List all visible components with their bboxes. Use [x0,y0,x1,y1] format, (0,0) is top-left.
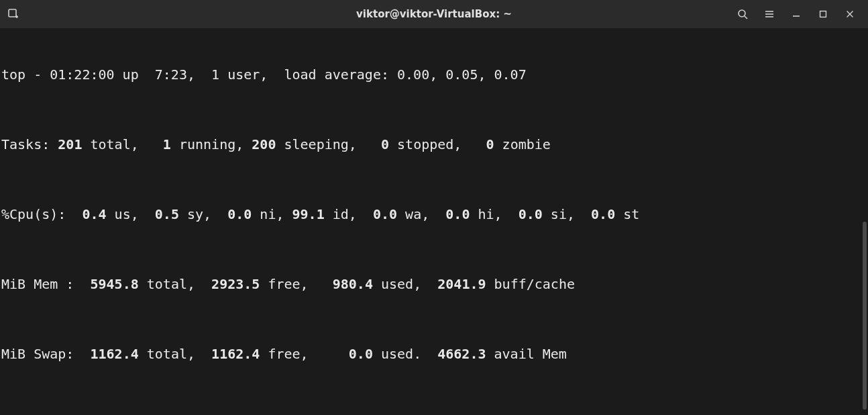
cpu-id: 99.1 [292,206,325,222]
tasks-running: 1 [163,136,171,152]
mem-used: 980.4 [333,276,373,292]
cpu-ni: 0.0 [227,206,252,222]
cpu-st: 0.0 [591,206,615,222]
terminal-output[interactable]: top - 01:22:00 up 7:23, 1 user, load ave… [0,28,868,415]
swap-avail: 4662.3 [437,346,486,362]
new-tab-button[interactable] [0,0,27,28]
search-icon [737,8,749,20]
tasks-stopped: 0 [381,136,389,152]
tasks-zombie: 0 [486,136,494,152]
cpu-sy: 0.5 [155,206,179,222]
close-button[interactable] [841,5,859,23]
swap-label: MiB Swap: [1,346,74,362]
minimize-button[interactable] [788,5,805,23]
search-button[interactable] [734,5,751,23]
cpu-us: 0.4 [82,206,106,222]
maximize-icon [818,9,828,19]
swap-total: 1162.4 [90,346,138,362]
svg-point-3 [739,10,745,17]
mem-free: 2923.5 [211,276,260,292]
svg-rect-0 [9,9,16,17]
cpu-si: 0.0 [519,206,543,222]
top-tasks-line: Tasks: 201 total, 1 running, 200 sleepin… [1,136,868,153]
top-swap-line: MiB Swap: 1162.4 total, 1162.4 free, 0.0… [1,345,868,363]
menu-button[interactable] [761,5,778,23]
titlebar-right-controls [734,5,868,23]
tasks-sleeping: 200 [252,136,276,152]
cpu-hi: 0.0 [445,206,470,222]
top-cpu-line: %Cpu(s): 0.4 us, 0.5 sy, 0.0 ni, 99.1 id… [1,205,868,223]
mem-label: MiB Mem : [1,276,74,292]
svg-line-4 [745,16,747,19]
titlebar: viktor@viktor-VirtualBox: ~ [0,0,868,28]
swap-free: 1162.4 [211,346,260,362]
close-icon [845,9,855,19]
cpu-wa: 0.0 [373,206,397,222]
tasks-total: 201 [58,136,82,152]
swap-used: 0.0 [349,346,373,362]
svg-rect-9 [820,11,826,17]
top-summary-line: top - 01:22:00 up 7:23, 1 user, load ave… [1,66,868,83]
new-tab-icon [7,8,19,20]
top-mem-line: MiB Mem : 5945.8 total, 2923.5 free, 980… [1,275,868,293]
mem-total: 5945.8 [90,276,138,292]
maximize-button[interactable] [814,5,832,23]
hamburger-icon [763,8,775,20]
minimize-icon [790,8,802,20]
scrollbar[interactable] [863,222,867,410]
mem-buffcache: 2041.9 [437,276,486,292]
